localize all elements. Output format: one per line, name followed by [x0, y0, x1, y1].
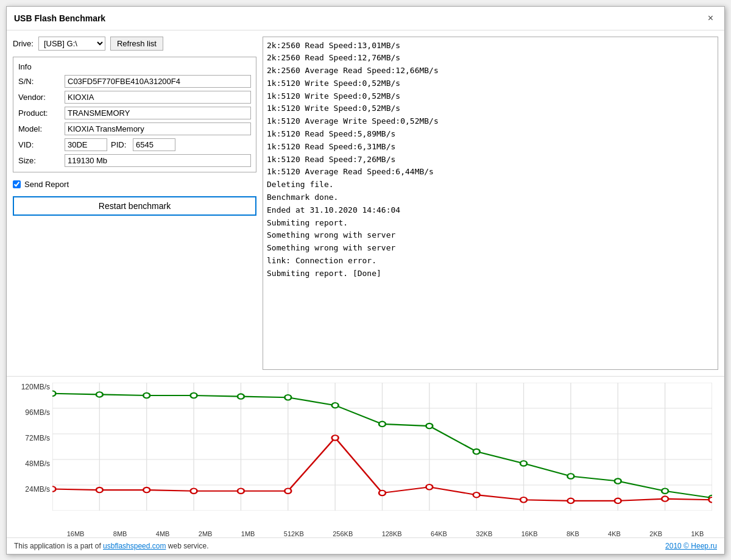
y-label: 120MB/s — [13, 383, 52, 391]
svg-point-23 — [143, 392, 150, 397]
y-labels: 120MB/s96MB/s72MB/s48MB/s24MB/s — [13, 383, 52, 511]
svg-point-48 — [615, 498, 621, 503]
log-line: Deleting file. — [267, 179, 714, 191]
x-label: 2MB — [199, 530, 213, 537]
svg-point-49 — [662, 496, 668, 501]
svg-point-46 — [520, 497, 527, 502]
svg-point-24 — [191, 392, 197, 397]
x-label: 2KB — [649, 530, 662, 537]
log-line: 1k:5120 Read Speed:6,31MB/s — [267, 141, 714, 154]
refresh-list-button[interactable]: Refresh list — [110, 37, 163, 51]
size-row: Size: — [18, 154, 251, 167]
svg-point-39 — [191, 488, 197, 493]
x-label: 32KB — [476, 530, 492, 537]
svg-point-37 — [96, 487, 103, 492]
log-line: 1k:5120 Read Speed:5,89MB/s — [267, 128, 714, 141]
model-row: Model: — [18, 122, 251, 135]
log-line: 1k:5120 Write Speed:0,52MB/s — [267, 90, 714, 103]
x-label: 16MB — [67, 530, 85, 537]
product-input[interactable] — [65, 107, 251, 119]
drive-select[interactable]: [USB] G:\ — [38, 37, 105, 51]
svg-point-31 — [520, 461, 527, 466]
info-title: Info — [18, 62, 251, 71]
x-label: 4KB — [608, 530, 621, 537]
sn-row: S/N: — [18, 75, 251, 88]
footer: This application is a part of usbflashsp… — [7, 537, 724, 554]
pid-input[interactable] — [133, 138, 175, 151]
chart-inner — [52, 383, 712, 511]
x-label: 4MB — [156, 530, 170, 537]
chart-svg — [52, 383, 712, 511]
svg-point-47 — [568, 498, 574, 503]
sn-input[interactable] — [65, 75, 251, 88]
drive-label: Drive: — [13, 39, 34, 48]
log-line: Submiting report. — [267, 217, 714, 230]
footer-text-suffix: web service. — [168, 542, 209, 550]
log-line: Submiting report. [Done] — [267, 268, 714, 280]
footer-left: This application is a part of usbflashsp… — [14, 542, 209, 550]
footer-right-link[interactable]: 2010 © Heep.ru — [665, 542, 717, 550]
log-line: 1k:5120 Read Speed:7,26MB/s — [267, 154, 714, 166]
y-label: 24MB/s — [13, 485, 52, 494]
svg-point-22 — [96, 392, 103, 397]
vid-label: VID: — [18, 140, 61, 149]
chart-container: 120MB/s96MB/s72MB/s48MB/s24MB/s 16MB8MB4… — [7, 376, 724, 537]
svg-point-32 — [568, 473, 574, 478]
log-line: link: Connection error. — [267, 255, 714, 268]
svg-point-36 — [52, 486, 55, 491]
x-label: 8MB — [113, 530, 127, 537]
svg-point-21 — [52, 391, 55, 395]
y-label: 48MB/s — [13, 459, 52, 468]
log-line: Something wrong with server — [267, 229, 714, 242]
size-input[interactable] — [65, 154, 251, 167]
svg-point-30 — [473, 448, 480, 453]
log-line: 2k:2560 Average Read Speed:12,66MB/s — [267, 65, 714, 77]
x-label: 1KB — [691, 530, 704, 537]
svg-point-25 — [238, 394, 244, 399]
vid-pid-row: VID: PID: — [18, 138, 251, 151]
log-line: 1k:5120 Write Speed:0,52MB/s — [267, 102, 714, 115]
send-report-label[interactable]: Send Report — [24, 180, 69, 189]
footer-right: 2010 © Heep.ru — [665, 542, 717, 550]
model-input[interactable] — [65, 122, 251, 135]
vid-input[interactable] — [65, 138, 107, 151]
vendor-input[interactable] — [65, 91, 251, 104]
footer-text-prefix: This application is a part of — [14, 542, 103, 550]
drive-row: Drive: [USB] G:\ Refresh list — [13, 37, 256, 51]
svg-point-43 — [379, 490, 386, 495]
x-label: 1MB — [241, 530, 255, 537]
y-label: 72MB/s — [13, 434, 52, 442]
svg-point-50 — [709, 497, 712, 502]
pid-label: PID: — [111, 140, 129, 149]
svg-point-40 — [238, 488, 244, 493]
log-line: 1k:5120 Write Speed:0,52MB/s — [267, 77, 714, 90]
svg-point-38 — [143, 487, 150, 492]
svg-point-27 — [332, 402, 339, 407]
svg-point-29 — [426, 423, 433, 428]
send-report-checkbox[interactable] — [13, 180, 21, 188]
svg-point-41 — [284, 488, 291, 493]
y-label: 96MB/s — [13, 408, 52, 417]
x-label: 8KB — [567, 530, 579, 537]
x-label: 128KB — [382, 530, 402, 537]
footer-link[interactable]: usbflashspeed.com — [103, 542, 166, 550]
x-label: 64KB — [431, 530, 447, 537]
product-label: Product: — [18, 108, 61, 118]
log-line: 2k:2560 Read Speed:12,76MB/s — [267, 52, 714, 65]
close-button[interactable]: × — [704, 12, 717, 25]
log-line: 2k:2560 Read Speed:13,01MB/s — [267, 40, 714, 52]
restart-benchmark-button[interactable]: Restart benchmark — [13, 196, 256, 216]
log-panel[interactable]: 2k:2560 Read Speed:13,01MB/s2k:2560 Read… — [263, 37, 718, 370]
send-report-row: Send Report — [13, 180, 256, 189]
x-label: 16KB — [521, 530, 538, 537]
log-line: Ended at 31.10.2020 14:46:04 — [267, 204, 714, 217]
vendor-row: Vendor: — [18, 91, 251, 104]
product-row: Product: — [18, 107, 251, 119]
window-title: USB Flash Benchmark — [14, 13, 105, 23]
svg-point-44 — [426, 484, 433, 489]
svg-point-33 — [615, 478, 621, 483]
svg-point-45 — [473, 492, 480, 497]
sn-label: S/N: — [18, 77, 61, 86]
log-line: 1k:5120 Average Read Speed:6,44MB/s — [267, 166, 714, 179]
svg-point-28 — [379, 421, 386, 426]
